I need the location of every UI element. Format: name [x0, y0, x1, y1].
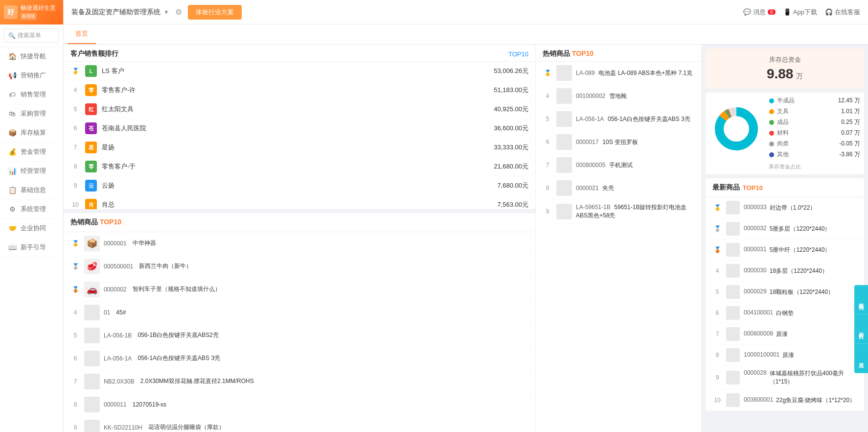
product-info: 0000032 5厘多层（1220*2440） — [744, 225, 857, 233]
cooperation-icon: 🤝 — [8, 224, 17, 233]
rank-number: 7 — [543, 162, 552, 168]
list-item: 8 0000011 12070519-xs — [64, 393, 535, 416]
product-placeholder — [726, 371, 740, 384]
avatar: 肖 — [85, 199, 97, 209]
rank-medal-icon: 🥈 — [70, 263, 80, 270]
float-btn-live[interactable]: 直播 — [854, 344, 868, 373]
table-row: 7 星 星扬 33,333.00元 — [64, 138, 535, 157]
customer-ranking-top10: TOP10 — [508, 50, 528, 58]
customer-ranking-title: 客户销售额排行 — [70, 49, 118, 58]
product-info: 0000029 18颗粒板（1220*2440） — [744, 288, 857, 296]
rank-medal-icon: 🥇 — [70, 68, 80, 74]
legend-dot-icon — [769, 142, 774, 146]
sidebar-item-guide[interactable]: 📖 新手引导 — [0, 238, 63, 257]
avatar: 星 — [85, 142, 97, 153]
product-placeholder — [726, 222, 740, 236]
legend-dot-icon — [769, 98, 774, 103]
inventory-summary-card: 库存总资金 9.88 万 — [706, 48, 864, 89]
rank-number: 10 — [712, 397, 722, 404]
product-image: 🥩 — [84, 259, 100, 274]
hot-products-header: 热销商品 TOP10 — [64, 213, 535, 232]
list-item: 6 0000017 10S 变扭罗板 — [536, 131, 701, 154]
inventory-chart-section: 半成品 12.45 万 文具 1.01 万 成品 0.25 万 — [706, 93, 864, 174]
product-placeholder — [726, 264, 740, 278]
trial-button[interactable]: 体验行业方案 — [188, 5, 242, 20]
product-placeholder — [84, 305, 100, 320]
list-item: 🥉 🚗 0000002 智利车子里（规格不知道填什么） — [64, 278, 535, 301]
sidebar-item-cooperation[interactable]: 🤝 企业协同 — [0, 219, 63, 238]
sidebar-item-basics[interactable]: 📋 基础信息 — [0, 181, 63, 200]
sidebar-item-system[interactable]: ⚙ 系统管理 — [0, 200, 63, 219]
page-tabs: 首页 — [64, 24, 868, 45]
rank-number: 5 — [70, 332, 80, 339]
newest-products-top10: TOP10 — [743, 184, 763, 192]
legend-dot-icon — [769, 109, 774, 114]
phone-icon: 📱 — [783, 8, 791, 16]
sidebar-item-marketing[interactable]: 📢 营销推广 — [0, 66, 63, 85]
product-placeholder — [556, 157, 572, 173]
online-service-button[interactable]: 🎧 在线客服 — [825, 8, 860, 17]
rank-number: 4 — [70, 309, 80, 316]
sidebar-item-finance[interactable]: 💰 资金管理 — [0, 143, 63, 162]
dropdown-arrow-icon: ▼ — [163, 9, 169, 16]
rank-number: 8 — [543, 185, 552, 192]
list-item: 6 004100001 白钢垫 — [706, 303, 864, 324]
operations-icon: 📊 — [8, 167, 17, 175]
sidebar-item-sales[interactable]: 🏷 销售管理 — [0, 85, 63, 104]
rank-medal-icon: 🥈 — [712, 225, 722, 232]
list-item: 5 LA-056-1A 056-1A白色按键开关盖ABS 3壳 — [536, 108, 701, 131]
topbar: 装备及固定资产辅助管理系统 ▼ ⚙ 体验行业方案 💬 消息 6 📱 App下载 … — [64, 0, 868, 24]
product-info: 10000100001 原漆 — [744, 351, 857, 360]
rank-number: 7 — [70, 378, 80, 385]
sidebar-item-purchase[interactable]: 🛍 采购管理 — [0, 104, 63, 123]
sidebar-item-inventory[interactable]: 📦 库存核算 — [0, 123, 63, 143]
sidebar-item-operations[interactable]: 📊 经营管理 — [0, 162, 63, 181]
search-menu-button[interactable]: 🔍 搜索菜单 — [4, 28, 59, 43]
rank-number: 4 — [712, 267, 722, 274]
settings-icon[interactable]: ⚙ — [175, 7, 182, 17]
rank-number: 7 — [712, 331, 722, 337]
customer-ranking-header: 客户销售额排行 TOP10 — [64, 45, 535, 62]
list-item: 7 NB2.0X30B 2.0X30MM双排花轴.摆花直径2.1MM/ROHS — [64, 370, 535, 393]
list-item: 5 0000029 18颗粒板（1220*2440） — [706, 282, 864, 303]
float-btn-service[interactable]: 客服热线 — [854, 285, 868, 314]
inventory-amount: 9.88 — [767, 66, 794, 81]
sidebar-item-quick-nav[interactable]: 🏠 快捷导航 — [0, 47, 63, 66]
product-info: 0000030 18多层（1220*2440） — [744, 267, 857, 275]
rank-number: 7 — [70, 144, 80, 151]
tab-home[interactable]: 首页 — [68, 24, 96, 44]
donut-chart — [709, 102, 763, 156]
rank-number: 5 — [712, 288, 722, 295]
sales-icon: 🏷 — [8, 90, 17, 99]
rank-number: 4 — [543, 93, 552, 99]
product-placeholder — [726, 243, 740, 257]
rank-number: 5 — [543, 116, 552, 122]
legend-dot-icon — [769, 131, 774, 136]
chart-legend: 半成品 12.45 万 文具 1.01 万 成品 0.25 万 — [769, 96, 860, 161]
list-item: 8 0000021 夹壳 — [536, 177, 701, 200]
headset-icon: 🎧 — [825, 8, 833, 16]
system-icon: ⚙ — [8, 205, 17, 214]
rank-number: 9 — [70, 424, 80, 431]
rank-number: 6 — [543, 139, 552, 145]
hot-products-top10: TOP10 — [100, 218, 121, 226]
top-selling-right-top10: TOP10 — [572, 49, 594, 57]
product-placeholder — [726, 348, 740, 362]
product-placeholder — [556, 180, 572, 196]
app-download-button[interactable]: 📱 App下载 — [783, 8, 817, 17]
message-button[interactable]: 💬 消息 6 — [743, 8, 776, 17]
float-buttons: 客服热线 服务社区 直播 — [854, 285, 868, 373]
list-item: 4 0000030 18多层（1220*2440） — [706, 261, 864, 282]
rank-number: 10 — [70, 201, 80, 208]
rank-number: 6 — [70, 355, 80, 362]
inventory-icon: 📦 — [8, 128, 17, 137]
main-area: 装备及固定资产辅助管理系统 ▼ ⚙ 体验行业方案 💬 消息 6 📱 App下载 … — [64, 0, 868, 432]
right-column: 库存总资金 9.88 万 — [702, 45, 868, 432]
product-image: 🚗 — [84, 282, 100, 297]
product-placeholder — [556, 134, 572, 150]
newest-products-header: 最新商品 TOP10 — [706, 178, 864, 197]
list-item: 9 KK-SD22110H 花语萌侣温分腿睡袋（厚款） — [64, 416, 535, 432]
float-btn-community[interactable]: 服务社区 — [854, 314, 868, 344]
avatar: 苍 — [85, 122, 97, 134]
rank-number: 8 — [712, 352, 722, 359]
